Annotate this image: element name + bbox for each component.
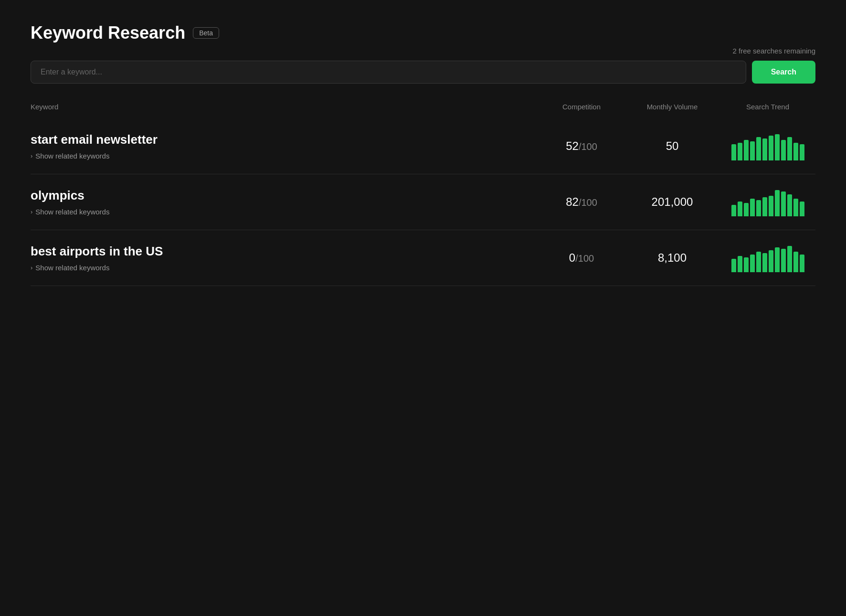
trend-bar xyxy=(800,144,804,160)
keywords-list: start email newsletter › Show related ke… xyxy=(31,118,815,286)
table-header: Keyword Competition Monthly Volume Searc… xyxy=(31,103,815,118)
volume-value: 8,100 xyxy=(658,251,687,264)
competition-cell: 82/100 xyxy=(539,195,624,209)
trend-bar xyxy=(738,256,742,272)
trend-bar xyxy=(756,200,761,216)
trend-bar xyxy=(781,140,786,160)
show-related-keywords-button[interactable]: › Show related keywords xyxy=(31,152,539,160)
show-related-keywords-button[interactable]: › Show related keywords xyxy=(31,208,539,216)
keyword-info: best airports in the US › Show related k… xyxy=(31,244,539,272)
trend-bar xyxy=(793,252,798,272)
page-title: Keyword Research xyxy=(31,23,185,43)
volume-value: 201,000 xyxy=(652,195,693,208)
beta-badge: Beta xyxy=(193,27,219,39)
keyword-row: olympics › Show related keywords 82/100 … xyxy=(31,174,815,230)
volume-cell: 201,000 xyxy=(624,195,720,209)
show-related-label: Show related keywords xyxy=(35,208,109,216)
keyword-name: best airports in the US xyxy=(31,244,539,259)
trend-bar xyxy=(762,253,767,272)
chevron-right-icon: › xyxy=(31,208,32,215)
trend-bar xyxy=(775,247,780,272)
trend-bar xyxy=(800,255,804,272)
trend-bar xyxy=(731,259,736,272)
trend-bar xyxy=(738,143,742,160)
keyword-row: best airports in the US › Show related k… xyxy=(31,230,815,286)
trend-bar xyxy=(756,137,761,160)
search-bar-row: Search xyxy=(31,61,815,84)
trend-bar xyxy=(738,202,742,216)
trend-chart xyxy=(720,132,815,160)
trend-bar xyxy=(750,141,755,160)
searches-remaining: 2 free searches remaining xyxy=(31,47,815,55)
volume-cell: 50 xyxy=(624,139,720,153)
trend-bar xyxy=(775,190,780,216)
col-header-keyword: Keyword xyxy=(31,103,539,111)
show-related-label: Show related keywords xyxy=(35,264,109,272)
trend-bar xyxy=(744,257,749,272)
trend-bar xyxy=(769,196,773,216)
trend-bar xyxy=(762,138,767,160)
competition-value: 0/100 xyxy=(569,251,594,264)
trend-bar xyxy=(793,143,798,160)
competition-cell: 0/100 xyxy=(539,251,624,265)
keyword-info: olympics › Show related keywords xyxy=(31,188,539,216)
trend-bar xyxy=(787,194,792,216)
page-header: Keyword Research Beta 2 free searches re… xyxy=(31,23,815,55)
competition-value: 82/100 xyxy=(566,195,597,208)
trend-bar xyxy=(793,199,798,216)
keyword-row: start email newsletter › Show related ke… xyxy=(31,118,815,174)
trend-bar xyxy=(769,250,773,272)
search-button[interactable]: Search xyxy=(752,61,815,84)
volume-value: 50 xyxy=(666,139,679,152)
chevron-right-icon: › xyxy=(31,152,32,159)
col-header-competition: Competition xyxy=(539,103,624,111)
trend-bar xyxy=(769,136,773,160)
trend-chart xyxy=(720,244,815,272)
competition-max: /100 xyxy=(579,197,597,208)
col-header-search-trend: Search Trend xyxy=(720,103,815,111)
trend-bar xyxy=(750,199,755,216)
keyword-info: start email newsletter › Show related ke… xyxy=(31,132,539,160)
trend-bar xyxy=(750,255,755,272)
trend-bar xyxy=(744,203,749,216)
trend-bar xyxy=(787,137,792,160)
trend-bar xyxy=(756,252,761,272)
trend-bar xyxy=(731,144,736,160)
competition-max: /100 xyxy=(579,141,597,152)
show-related-label: Show related keywords xyxy=(35,152,109,160)
keyword-name: start email newsletter xyxy=(31,132,539,147)
volume-cell: 8,100 xyxy=(624,251,720,265)
show-related-keywords-button[interactable]: › Show related keywords xyxy=(31,264,539,272)
trend-bar xyxy=(787,246,792,272)
trend-bar xyxy=(775,134,780,160)
keyword-name: olympics xyxy=(31,188,539,203)
trend-bar xyxy=(800,202,804,216)
col-header-monthly-volume: Monthly Volume xyxy=(624,103,720,111)
trend-bar xyxy=(781,249,786,272)
competition-max: /100 xyxy=(575,253,594,264)
chevron-right-icon: › xyxy=(31,264,32,271)
trend-bar xyxy=(731,205,736,216)
trend-chart xyxy=(720,188,815,216)
trend-bar xyxy=(762,197,767,216)
search-input[interactable] xyxy=(31,61,746,84)
trend-bar xyxy=(781,191,786,216)
competition-value: 52/100 xyxy=(566,139,597,152)
trend-bar xyxy=(744,140,749,160)
competition-cell: 52/100 xyxy=(539,139,624,153)
